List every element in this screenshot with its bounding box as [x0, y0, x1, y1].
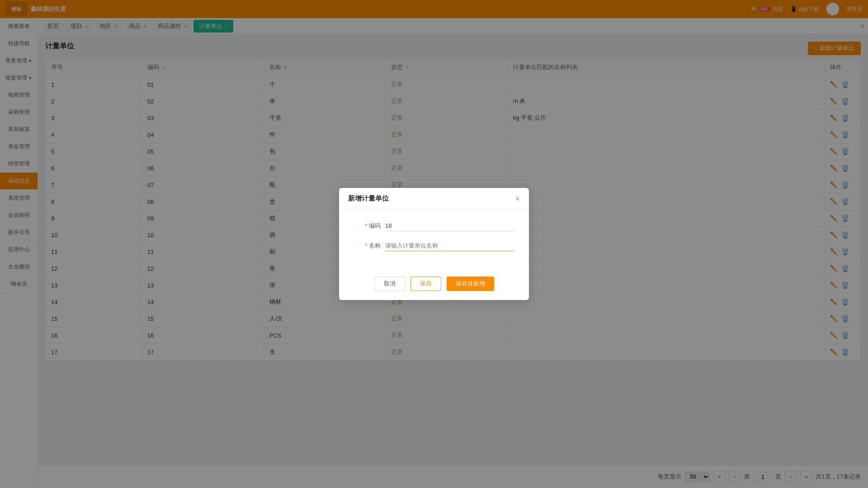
modal-overlay: 新增计量单位 × 编码 名称 取消 保存 保存并新增 [0, 0, 868, 488]
name-input[interactable] [385, 240, 514, 251]
cancel-button[interactable]: 取消 [374, 277, 405, 291]
name-label: 名称 [354, 242, 381, 250]
save-new-button[interactable]: 保存并新增 [447, 277, 494, 291]
form-row-code: 编码 [354, 221, 514, 231]
code-input[interactable] [385, 221, 514, 231]
modal-body: 编码 名称 [339, 210, 529, 271]
modal-header: 新增计量单位 × [339, 188, 529, 210]
modal-footer: 取消 保存 保存并新增 [339, 271, 529, 300]
add-unit-modal: 新增计量单位 × 编码 名称 取消 保存 保存并新增 [339, 188, 529, 300]
form-row-name: 名称 [354, 240, 514, 251]
modal-title: 新增计量单位 [348, 194, 389, 203]
save-button[interactable]: 保存 [410, 277, 441, 291]
modal-close-btn[interactable]: × [515, 195, 520, 203]
code-label: 编码 [354, 222, 381, 230]
